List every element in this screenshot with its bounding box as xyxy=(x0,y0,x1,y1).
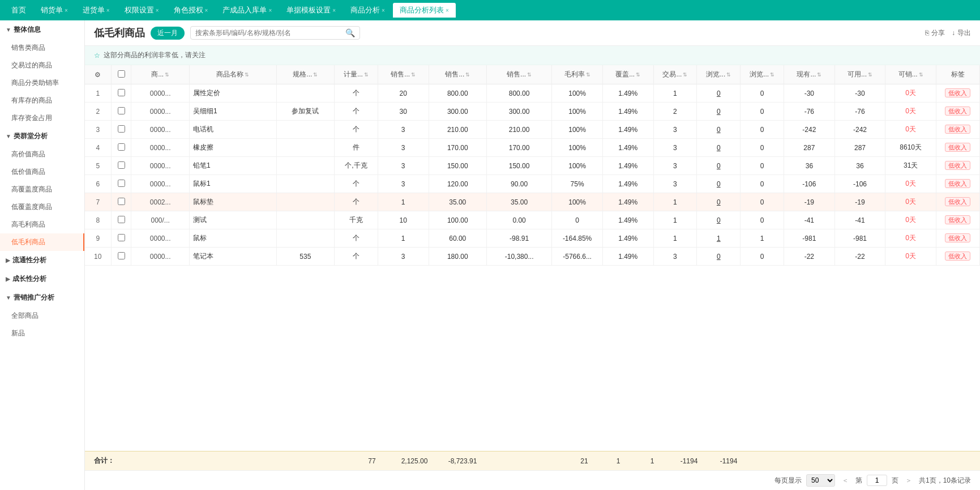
row-checkbox[interactable] xyxy=(118,198,125,205)
row-view1[interactable]: 0 xyxy=(697,139,741,157)
row-checkbox-cell[interactable] xyxy=(111,193,131,211)
nav-template[interactable]: 单据模板设置× xyxy=(280,3,343,18)
row-checkbox-cell[interactable] xyxy=(111,139,131,157)
sidebar-item-new-products[interactable]: 新品 xyxy=(0,325,84,342)
row-sales-price: 210.00 xyxy=(429,121,486,139)
sidebar-item-sales-products[interactable]: 销售类商品 xyxy=(0,39,84,57)
th-code[interactable]: 商...⇅ xyxy=(131,65,189,84)
sidebar-item-category-rate[interactable]: 商品分类助销率 xyxy=(0,74,84,92)
nav-permissions[interactable]: 权限设置× xyxy=(118,3,166,18)
nav-product-analysis-list[interactable]: 商品分析列表× xyxy=(393,3,456,18)
sidebar-group-flow[interactable]: ▶ 流通性分析 xyxy=(0,251,84,270)
page-number-input[interactable] xyxy=(867,475,887,486)
row-checkbox[interactable] xyxy=(118,107,125,114)
th-view1[interactable]: 浏览...⇅ xyxy=(697,65,741,84)
row-checkbox[interactable] xyxy=(118,89,125,96)
sidebar-item-traded-products[interactable]: 交易过的商品 xyxy=(0,57,84,74)
row-checkbox-cell[interactable] xyxy=(111,103,131,121)
row-view1[interactable]: 0 xyxy=(697,211,741,229)
th-checkbox[interactable] xyxy=(111,65,131,84)
sidebar-item-low-value[interactable]: 低价值商品 xyxy=(0,163,84,181)
nav-purchase[interactable]: 进货单× xyxy=(76,3,117,18)
row-view1[interactable]: 0 xyxy=(697,157,741,175)
th-sellable[interactable]: 可销...⇅ xyxy=(885,65,936,84)
prev-page-button[interactable]: ＜ xyxy=(840,475,851,487)
select-all-checkbox[interactable] xyxy=(118,70,125,78)
row-view1[interactable]: 0 xyxy=(697,193,741,211)
th-sales-amt[interactable]: 销售...⇅ xyxy=(486,65,551,84)
th-view2[interactable]: 浏览...⇅ xyxy=(741,65,784,84)
sidebar-item-high-coverage[interactable]: 高覆盖度商品 xyxy=(0,181,84,198)
th-tag[interactable]: 标签 xyxy=(936,65,979,84)
th-gross-rate[interactable]: 毛利率⇅ xyxy=(552,65,603,84)
th-trade[interactable]: 交易...⇅ xyxy=(653,65,697,84)
sidebar-item-all-products[interactable]: 全部商品 xyxy=(0,307,84,325)
th-sales-price[interactable]: 销售...⇅ xyxy=(429,65,486,84)
sidebar-item-stock-capital[interactable]: 库存资金占用 xyxy=(0,109,84,127)
time-filter-button[interactable]: 近一月 xyxy=(151,27,185,40)
sidebar-group-growth[interactable]: ▶ 成长性分析 xyxy=(0,270,84,288)
view1-link[interactable]: 0 xyxy=(717,126,721,134)
share-button[interactable]: ⎘ 分享 xyxy=(925,28,945,38)
th-avail[interactable]: 可用...⇅ xyxy=(835,65,885,84)
view1-link[interactable]: 0 xyxy=(717,198,721,206)
th-unit[interactable]: 计量...⇅ xyxy=(335,65,378,84)
view1-link[interactable]: 0 xyxy=(717,253,721,261)
sidebar-item-low-coverage[interactable]: 低覆盖度商品 xyxy=(0,198,84,216)
table-row: 4 0000... 橡皮擦 件 3 170.00 170.00 100% 1.4… xyxy=(85,139,980,157)
nav-product-analysis[interactable]: 商品分析× xyxy=(344,3,392,18)
row-checkbox-cell[interactable] xyxy=(111,121,131,139)
nav-sales[interactable]: 销货单× xyxy=(34,3,75,18)
view1-link[interactable]: 0 xyxy=(717,108,721,116)
row-checkbox[interactable] xyxy=(118,143,125,151)
view1-link[interactable]: 1 xyxy=(717,235,721,242)
nav-finished-goods[interactable]: 产成品入库单× xyxy=(216,3,279,18)
sidebar-item-stocked-products[interactable]: 有库存的商品 xyxy=(0,92,84,109)
sidebar-item-high-value[interactable]: 高价值商品 xyxy=(0,146,84,163)
row-view1[interactable]: 1 xyxy=(697,229,741,248)
sidebar-group-marketing[interactable]: ▼ 营销推广分析 xyxy=(0,288,84,307)
row-checkbox-cell[interactable] xyxy=(111,211,131,229)
view1-link[interactable]: 0 xyxy=(717,90,721,97)
row-view1[interactable]: 0 xyxy=(697,84,741,103)
row-checkbox-cell[interactable] xyxy=(111,84,131,103)
nav-role[interactable]: 角色授权× xyxy=(167,3,215,18)
row-checkbox[interactable] xyxy=(118,180,125,187)
sidebar-item-high-margin[interactable]: 高毛利商品 xyxy=(0,216,84,233)
view1-link[interactable]: 0 xyxy=(717,216,721,224)
row-checkbox[interactable] xyxy=(118,252,125,259)
row-checkbox-cell[interactable] xyxy=(111,229,131,248)
th-name[interactable]: 商品名称⇅ xyxy=(189,65,276,84)
th-settings[interactable]: ⚙ xyxy=(85,65,111,84)
row-checkbox[interactable] xyxy=(118,216,125,223)
row-view1[interactable]: 0 xyxy=(697,121,741,139)
row-gross-rate: 100% xyxy=(552,139,603,157)
view1-link[interactable]: 0 xyxy=(717,162,721,170)
row-checkbox-cell[interactable] xyxy=(111,157,131,175)
sidebar-item-low-margin[interactable]: 低毛利商品 xyxy=(0,233,84,251)
row-checkbox[interactable] xyxy=(118,125,125,133)
search-input[interactable] xyxy=(195,29,345,37)
export-button[interactable]: ↓ 导出 xyxy=(952,28,971,38)
th-sales-qty[interactable]: 销售...⇅ xyxy=(378,65,429,84)
sidebar-group-overall[interactable]: ▼ 整体信息 xyxy=(0,20,84,39)
row-checkbox[interactable] xyxy=(118,234,125,241)
next-page-button[interactable]: ＞ xyxy=(903,475,914,487)
th-spec[interactable]: 规格...⇅ xyxy=(276,65,334,84)
row-view2: 0 xyxy=(741,211,784,229)
view1-link[interactable]: 0 xyxy=(717,180,721,188)
nav-home[interactable]: 首页 xyxy=(5,3,33,18)
row-view1[interactable]: 0 xyxy=(697,248,741,266)
row-checkbox-cell[interactable] xyxy=(111,248,131,266)
sidebar: ▼ 整体信息 销售类商品 交易过的商品 商品分类助销率 有库存的商品 库存资金占… xyxy=(0,20,85,490)
search-box[interactable]: 🔍 xyxy=(190,26,360,40)
row-view1[interactable]: 0 xyxy=(697,103,741,121)
row-checkbox[interactable] xyxy=(118,161,125,169)
view1-link[interactable]: 0 xyxy=(717,144,721,152)
per-page-select[interactable]: 50 20 100 xyxy=(806,474,835,487)
row-view1[interactable]: 0 xyxy=(697,175,741,193)
th-stock[interactable]: 现有...⇅ xyxy=(784,65,835,84)
th-cover-rate[interactable]: 覆盖...⇅ xyxy=(602,65,653,84)
sidebar-group-cluster[interactable]: ▼ 类群堂分析 xyxy=(0,127,84,146)
row-checkbox-cell[interactable] xyxy=(111,175,131,193)
